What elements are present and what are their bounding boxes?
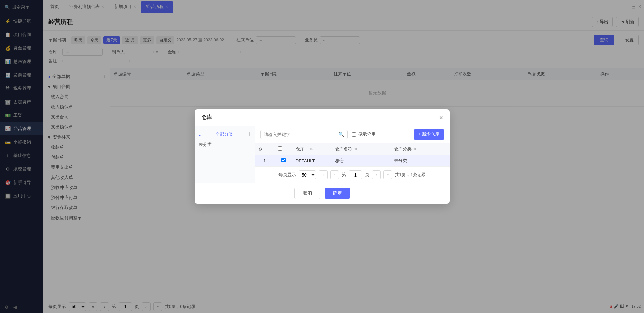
row-category: 未分类 xyxy=(391,155,450,167)
cancel-button[interactable]: 取消 xyxy=(294,188,320,199)
modal-table-wrap: ⚙ 仓库... ⇅ 仓库名称 ⇅ xyxy=(255,143,450,167)
modal-header: 仓库 × xyxy=(195,109,450,126)
all-categories-icon: ⠿ xyxy=(199,132,202,137)
modal-toolbar: 🔍 显示停用 + 新增仓库 xyxy=(255,126,450,143)
modal-collapse-btn[interactable]: 《 xyxy=(246,131,251,138)
row-code: DEFAULT xyxy=(292,155,332,167)
row-num: 1 xyxy=(255,155,275,167)
modal-table-row[interactable]: 1 DEFAULT 总仓 未分类 xyxy=(255,155,450,167)
modal-body: ⠿ 全部分类 《 未分类 🔍 显示停用 xyxy=(195,126,450,183)
settings-col-icon[interactable]: ⚙ xyxy=(258,147,262,152)
modal-page-label: 第 xyxy=(342,172,346,178)
show-disabled-label[interactable]: 显示停用 xyxy=(352,131,376,138)
modal-per-page-label: 每页显示 xyxy=(278,172,296,178)
modal-col-num: ⚙ xyxy=(255,143,275,155)
modal-title: 仓库 xyxy=(201,114,212,121)
modal-pagination: 每页显示 50 100 « ‹ 第 页 › » 共1页，1条记录 xyxy=(255,167,450,183)
modal-close-btn[interactable]: × xyxy=(439,115,443,121)
add-warehouse-button[interactable]: + 新增仓库 xyxy=(414,129,444,140)
all-categories-label: 全部分类 xyxy=(216,131,233,138)
modal-first-page-btn[interactable]: « xyxy=(319,170,328,179)
modal-col-category[interactable]: 仓库分类 ⇅ xyxy=(391,143,450,155)
modal-overlay: 仓库 × ⠿ 全部分类 《 未分类 🔍 xyxy=(0,0,644,313)
modal-right: 🔍 显示停用 + 新增仓库 xyxy=(255,126,450,183)
confirm-button[interactable]: 确定 xyxy=(325,188,350,199)
modal-left-header[interactable]: ⠿ 全部分类 《 xyxy=(195,129,255,140)
modal-total-label: 共1页，1条记录 xyxy=(395,172,426,178)
sort-name-icon: ⇅ xyxy=(354,147,357,151)
show-disabled-checkbox[interactable] xyxy=(352,132,356,137)
search-icon: 🔍 xyxy=(338,132,344,137)
modal-next-page-btn[interactable]: › xyxy=(372,170,381,179)
show-disabled-text: 显示停用 xyxy=(358,131,376,138)
modal-category-uncategorized[interactable]: 未分类 xyxy=(195,140,255,150)
sort-cat-icon: ⇅ xyxy=(413,147,416,151)
add-warehouse-label: + 新增仓库 xyxy=(418,131,439,138)
select-all-checkbox[interactable] xyxy=(278,146,282,151)
modal-prev-page-btn[interactable]: ‹ xyxy=(330,170,339,179)
sort-code-icon: ⇅ xyxy=(310,147,313,151)
modal-last-page-btn[interactable]: » xyxy=(383,170,392,179)
row-checkbox[interactable] xyxy=(281,158,286,162)
modal-page-input[interactable] xyxy=(349,170,362,179)
row-check[interactable] xyxy=(274,155,292,167)
modal-search-box[interactable]: 🔍 xyxy=(260,130,348,139)
modal-col-name[interactable]: 仓库名称 ⇅ xyxy=(332,143,391,155)
row-name: 总仓 xyxy=(332,155,391,167)
modal-table: ⚙ 仓库... ⇅ 仓库名称 ⇅ xyxy=(255,143,450,167)
modal-left-panel: ⠿ 全部分类 《 未分类 xyxy=(195,126,255,183)
modal-col-check xyxy=(274,143,292,155)
modal-page-unit: 页 xyxy=(365,172,369,178)
modal-per-page-select[interactable]: 50 100 xyxy=(299,170,316,179)
modal-search-input[interactable] xyxy=(264,132,338,137)
modal-warehouse: 仓库 × ⠿ 全部分类 《 未分类 🔍 xyxy=(195,109,450,204)
modal-actions: 取消 确定 xyxy=(195,183,450,204)
modal-col-code[interactable]: 仓库... ⇅ xyxy=(292,143,332,155)
